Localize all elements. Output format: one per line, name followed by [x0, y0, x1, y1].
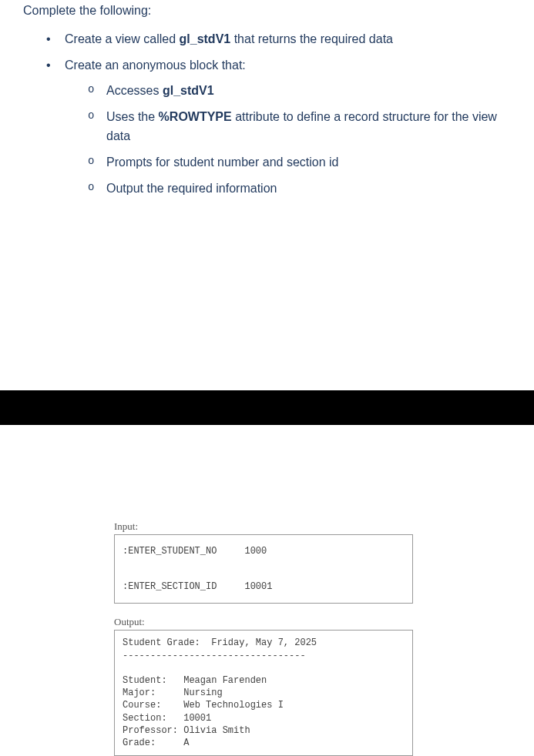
sub-item-1: Accesses gl_stdV1 [88, 81, 511, 101]
output-box: Student Grade: Friday, May 7, 2025 -----… [114, 630, 413, 756]
sub-bullet-list: Accesses gl_stdV1 Uses the %ROWTYPE attr… [65, 81, 511, 198]
sub-1-bold: gl_stdV1 [163, 84, 214, 97]
bullet-1-bold: gl_stdV1 [180, 32, 231, 45]
input-box: :ENTER_STUDENT_NO 1000 :ENTER_SECTION_ID… [114, 534, 413, 604]
bullet-1-post: that returns the required data [230, 32, 393, 45]
sub-2-pre: Uses the [106, 110, 159, 123]
sub-1-pre: Accesses [106, 84, 163, 97]
out-section-label: Section: [123, 713, 167, 724]
bullet-item-1: Create a view called gl_stdV1 that retur… [46, 29, 511, 49]
output-title: Student Grade: Friday, May 7, 2025 [123, 637, 317, 648]
intro-text: Complete the following: [23, 4, 511, 18]
out-course-value: Web Technologies I [183, 700, 284, 711]
input-student-label: :ENTER_STUDENT_NO [123, 546, 217, 557]
sub-4-text: Output the required information [106, 182, 277, 195]
bullet-2-text: Create an anonymous block that: [65, 59, 246, 72]
out-course-label: Course: [123, 700, 161, 711]
input-heading: Input: [114, 520, 413, 533]
main-bullet-list: Create a view called gl_stdV1 that retur… [23, 29, 511, 198]
sub-item-3: Prompts for student number and section i… [88, 152, 511, 172]
black-divider-bar [0, 390, 534, 425]
out-major-label: Major: [123, 687, 156, 698]
output-divider: --------------------------------- [123, 651, 306, 661]
input-section-value: 10001 [244, 581, 272, 592]
out-grade-value: A [183, 738, 189, 748]
input-section-label: :ENTER_SECTION_ID [123, 581, 217, 592]
sub-item-4: Output the required information [88, 179, 511, 199]
bullet-1-pre: Create a view called [65, 32, 180, 45]
output-heading: Output: [114, 616, 413, 628]
out-grade-label: Grade: [123, 738, 156, 748]
out-professor-value: Olivia Smith [183, 725, 250, 736]
sub-2-bold: %ROWTYPE [159, 110, 232, 123]
io-section: Input: :ENTER_STUDENT_NO 1000 :ENTER_SEC… [114, 520, 413, 756]
out-student-label: Student: [123, 675, 167, 686]
instructions-section: Complete the following: Create a view ca… [0, 0, 534, 198]
input-student-value: 1000 [244, 546, 267, 557]
out-student-value: Meagan Farenden [183, 675, 267, 686]
out-section-value: 10001 [183, 713, 211, 724]
sub-item-2: Uses the %ROWTYPE attribute to define a … [88, 107, 511, 146]
out-professor-label: Professor: [123, 725, 178, 736]
sub-3-text: Prompts for student number and section i… [106, 156, 339, 169]
bullet-item-2: Create an anonymous block that: Accesses… [46, 55, 511, 199]
out-major-value: Nursing [183, 687, 222, 698]
